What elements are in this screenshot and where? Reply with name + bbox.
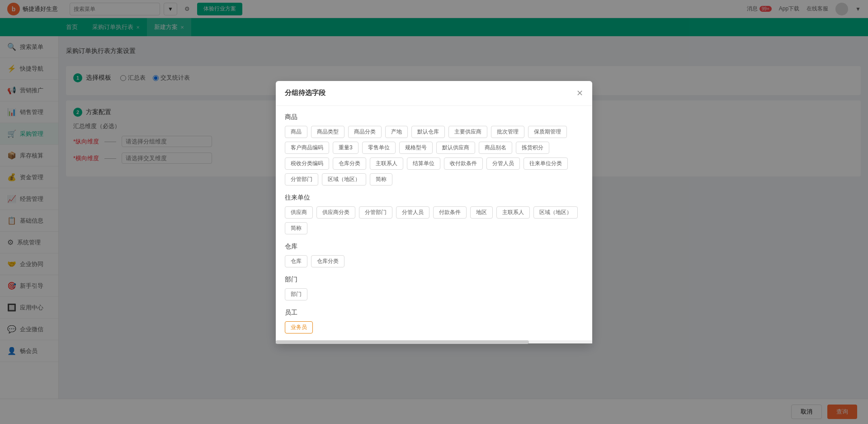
field-tag[interactable]: 重量3 [333, 142, 359, 154]
field-tag[interactable]: 收付款条件 [444, 157, 483, 170]
field-tag[interactable]: 仓库分类 [333, 157, 366, 170]
field-tag[interactable]: 业务员 [285, 321, 313, 333]
field-tag[interactable]: 地区 [470, 206, 493, 219]
employee-fields: 业务员 [285, 321, 583, 333]
field-tag[interactable]: 供应商 [285, 206, 313, 219]
field-tag[interactable]: 主联系人 [370, 157, 403, 170]
field-tag[interactable]: 简称 [285, 222, 307, 234]
field-tag[interactable]: 付款条件 [433, 206, 467, 219]
department-fields: 部门 [285, 288, 583, 300]
section-goods: 商品 商品 商品类型 商品分类 产地 默认仓库 主要供应商 批次管理 保质期管理… [285, 113, 583, 186]
field-tag[interactable]: 供应商分类 [316, 206, 355, 219]
modal-horizontal-scrollbar[interactable] [276, 340, 592, 343]
modal-overlay[interactable]: 分组待选字段 ✕ 商品 商品 商品类型 商品分类 产地 默认仓库 主要供应商 批… [0, 0, 868, 424]
field-tag[interactable]: 分管人员 [486, 157, 520, 170]
field-tag[interactable]: 主要供应商 [448, 126, 487, 138]
field-tag[interactable]: 产地 [385, 126, 408, 138]
warehouse-fields: 仓库 仓库分类 [285, 255, 583, 267]
modal-close-button[interactable]: ✕ [576, 88, 583, 98]
section-counterpart-title: 往来单位 [285, 194, 583, 202]
section-employee-title: 员工 [285, 309, 583, 317]
section-department-title: 部门 [285, 276, 583, 284]
field-tag[interactable]: 分管部门 [359, 206, 392, 219]
field-tag[interactable]: 拣货积分 [516, 142, 549, 154]
field-tag[interactable]: 部门 [285, 288, 307, 300]
section-warehouse-title: 仓库 [285, 243, 583, 251]
field-tag[interactable]: 分管部门 [285, 173, 318, 186]
field-tag[interactable]: 商品 [285, 126, 307, 138]
field-tag[interactable]: 客户商品编码 [285, 142, 329, 154]
field-tag[interactable]: 批次管理 [491, 126, 524, 138]
field-tag[interactable]: 保质期管理 [528, 126, 567, 138]
field-tag[interactable]: 默认供应商 [436, 142, 475, 154]
field-tag[interactable]: 商品别名 [479, 142, 512, 154]
field-tag[interactable]: 税收分类编码 [285, 157, 329, 170]
field-tag[interactable]: 商品分类 [348, 126, 382, 138]
section-employee: 员工 业务员 [285, 309, 583, 333]
field-tag[interactable]: 主联系人 [496, 206, 530, 219]
section-warehouse: 仓库 仓库 仓库分类 [285, 243, 583, 267]
field-tag[interactable]: 结算单位 [407, 157, 440, 170]
field-tag[interactable]: 规格型号 [399, 142, 433, 154]
field-tag[interactable]: 分管人员 [396, 206, 429, 219]
field-tag[interactable]: 往来单位分类 [524, 157, 568, 170]
field-tag[interactable]: 区域（地区） [533, 206, 578, 219]
field-tag[interactable]: 仓库 [285, 255, 307, 267]
modal-header: 分组待选字段 ✕ [276, 81, 592, 106]
field-tag[interactable]: 简称 [370, 173, 392, 186]
field-tag[interactable]: 默认仓库 [411, 126, 445, 138]
field-tag[interactable]: 商品类型 [311, 126, 344, 138]
counterpart-fields: 供应商 供应商分类 分管部门 分管人员 付款条件 地区 主联系人 区域（地区） … [285, 206, 583, 234]
field-tag[interactable]: 仓库分类 [311, 255, 344, 267]
section-department: 部门 部门 [285, 276, 583, 300]
section-counterpart: 往来单位 供应商 供应商分类 分管部门 分管人员 付款条件 地区 主联系人 区域… [285, 194, 583, 234]
field-select-modal: 分组待选字段 ✕ 商品 商品 商品类型 商品分类 产地 默认仓库 主要供应商 批… [276, 81, 592, 343]
field-tag[interactable]: 区域（地区） [322, 173, 366, 186]
modal-title: 分组待选字段 [285, 89, 326, 97]
field-tag[interactable]: 零售单位 [362, 142, 396, 154]
goods-fields: 商品 商品类型 商品分类 产地 默认仓库 主要供应商 批次管理 保质期管理 客户… [285, 126, 583, 186]
modal-body: 商品 商品 商品类型 商品分类 产地 默认仓库 主要供应商 批次管理 保质期管理… [276, 106, 592, 341]
section-goods-title: 商品 [285, 113, 583, 121]
